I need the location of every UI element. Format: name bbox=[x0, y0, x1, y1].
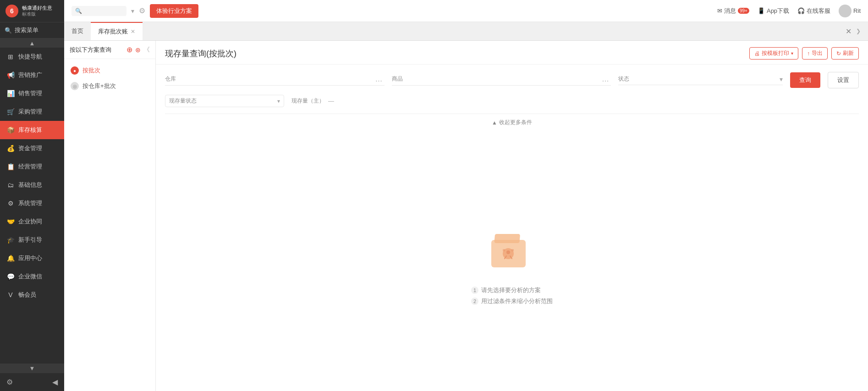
filter-area: 仓库 … 商品 … 状态 ▾ bbox=[156, 65, 868, 138]
sidebar-item-sales[interactable]: 📊销售管理 bbox=[0, 84, 64, 103]
sidebar-item-operations[interactable]: 📋经营管理 bbox=[0, 157, 64, 176]
print-dropdown-icon[interactable]: ▾ bbox=[791, 51, 793, 56]
sidebar-item-app-center[interactable]: 🔔应用中心 bbox=[0, 249, 64, 267]
sidebar-item-inventory[interactable]: 📦库存核算 bbox=[0, 121, 64, 139]
sidebar-item-newbie[interactable]: 🎓新手引导 bbox=[0, 231, 64, 249]
nav-icon-collab: 🤝 bbox=[6, 217, 15, 226]
sidebar-item-member[interactable]: V畅会员 bbox=[0, 286, 64, 304]
sidebar-logo: 6 bbox=[5, 5, 18, 17]
page-actions: 🖨 按模板打印 ▾ ↑ 导出 ↻ 刷新 bbox=[749, 47, 859, 60]
print-icon: 🖨 bbox=[754, 50, 760, 57]
tab-batch-account[interactable]: 库存批次账 ✕ bbox=[91, 22, 143, 40]
product-filter: 商品 … bbox=[392, 75, 611, 86]
industry-solution-button[interactable]: 体验行业方案 bbox=[150, 4, 198, 18]
sidebar-item-system[interactable]: ⚙系统管理 bbox=[0, 194, 64, 212]
left-panel: 按以下方案查询 ⊕ ⊛ 《 ●按批次◎按仓库+批次 bbox=[64, 41, 156, 391]
topbar-gear-icon[interactable]: ⚙ bbox=[139, 6, 145, 15]
tabbar-right: ✕ ❯ bbox=[846, 27, 868, 36]
topbar-search-input[interactable] bbox=[84, 8, 121, 14]
refresh-button[interactable]: ↻ 刷新 bbox=[831, 47, 859, 60]
sidebar-item-purchase[interactable]: 🛒采购管理 bbox=[0, 103, 64, 121]
scheme-label-by-batch: 按批次 bbox=[82, 66, 100, 75]
sidebar-title: 畅康通好生意 bbox=[22, 5, 52, 11]
online-service-button[interactable]: 🎧 在线客服 bbox=[797, 7, 830, 15]
collapse-filter-button[interactable]: ▲ 收起更多条件 bbox=[165, 114, 859, 131]
tab-close-icon[interactable]: ✕ bbox=[131, 28, 135, 35]
main-area: 🔍 ▾ ⚙ 体验行业方案 ✉ 消息 99+ 📱 App下载 🎧 在线客服 Rit bbox=[64, 0, 868, 391]
message-icon: ✉ bbox=[717, 7, 722, 14]
collapse-sidebar-icon[interactable]: ◀ bbox=[52, 378, 58, 386]
sidebar-scroll-down[interactable]: ▼ bbox=[0, 364, 64, 373]
scheme-item-by-batch[interactable]: ●按批次 bbox=[64, 63, 155, 78]
inventory-status-filter[interactable]: 现存量状态 ▾ bbox=[165, 95, 284, 107]
topbar-search-box[interactable]: 🔍 bbox=[71, 6, 126, 16]
scheme-dot-by-batch: ● bbox=[71, 66, 79, 75]
nav-icon-enterprise-wechat: 💬 bbox=[6, 272, 15, 281]
messages-label: 消息 bbox=[724, 7, 736, 15]
settings-icon[interactable]: ⚙ bbox=[6, 378, 13, 386]
tabbar-more-icon[interactable]: ❯ bbox=[856, 28, 861, 34]
messages-button[interactable]: ✉ 消息 99+ bbox=[717, 7, 749, 15]
topbar-actions: ✉ 消息 99+ 📱 App下载 🎧 在线客服 Rit bbox=[717, 5, 861, 17]
add-scheme-icon[interactable]: ⊕ bbox=[126, 45, 132, 54]
nav-label-purchase: 采购管理 bbox=[18, 108, 42, 116]
sidebar-nav: ⊞快捷导航📢营销推广📊销售管理🛒采购管理📦库存核算💰资金管理📋经营管理🗂基础信息… bbox=[0, 48, 64, 364]
empty-tip-2-text: 用过滤条件来缩小分析范围 bbox=[481, 297, 553, 305]
chevron-up-icon: ▲ bbox=[492, 119, 497, 126]
sidebar-item-collab[interactable]: 🤝企业协同 bbox=[0, 212, 64, 231]
inventory-status-arrow-icon[interactable]: ▾ bbox=[277, 98, 280, 104]
scheme-item-by-warehouse-batch[interactable]: ◎按仓库+批次 bbox=[64, 78, 155, 94]
tab-home[interactable]: 首页 bbox=[64, 22, 91, 40]
settings-scheme-icon[interactable]: ⊛ bbox=[135, 46, 141, 54]
filter-row-2: 现存量状态 ▾ 现存量（主） — bbox=[165, 95, 859, 107]
status-arrow-icon[interactable]: ▾ bbox=[780, 76, 783, 83]
panel-header-title: 按以下方案查询 bbox=[70, 46, 111, 54]
scheme-label-by-warehouse-batch: 按仓库+批次 bbox=[82, 82, 116, 90]
search-menu-button[interactable]: 🔍 搜索菜单 bbox=[0, 22, 64, 38]
topbar-dropdown-icon[interactable]: ▾ bbox=[131, 7, 134, 15]
query-button[interactable]: 查询 bbox=[790, 72, 820, 88]
messages-badge: 99+ bbox=[738, 8, 749, 14]
right-panel: 现存量查询(按批次) 🖨 按模板打印 ▾ ↑ 导出 ↻ 刷新 bbox=[156, 41, 868, 391]
phone-icon: 📱 bbox=[758, 7, 765, 14]
search-icon: 🔍 bbox=[5, 27, 12, 34]
collapse-panel-icon[interactable]: 《 bbox=[143, 46, 150, 54]
nav-icon-purchase: 🛒 bbox=[6, 108, 15, 116]
nav-label-quick-nav: 快捷导航 bbox=[18, 53, 42, 61]
user-name: Rit bbox=[853, 7, 861, 14]
page-header: 现存量查询(按批次) 🖨 按模板打印 ▾ ↑ 导出 ↻ 刷新 bbox=[156, 41, 868, 65]
nav-icon-operations: 📋 bbox=[6, 163, 15, 171]
svg-rect-1 bbox=[494, 234, 520, 243]
sidebar: 6 畅康通好生意 标准版 🔍 搜索菜单 ▲ ⊞快捷导航📢营销推广📊销售管理🛒采购… bbox=[0, 0, 64, 391]
sidebar-item-enterprise-wechat[interactable]: 💬企业微信 bbox=[0, 267, 64, 286]
empty-tip-2: 2 用过滤条件来缩小分析范围 bbox=[471, 297, 553, 305]
sidebar-item-marketing[interactable]: 📢营销推广 bbox=[0, 66, 64, 84]
svg-rect-6 bbox=[503, 249, 505, 251]
sidebar-item-basic[interactable]: 🗂基础信息 bbox=[0, 176, 64, 194]
export-icon: ↑ bbox=[807, 50, 810, 57]
sidebar-item-finance[interactable]: 💰资金管理 bbox=[0, 139, 64, 157]
user-avatar[interactable]: Rit bbox=[839, 5, 861, 17]
empty-tip-1: 1 请先选择要分析的方案 bbox=[471, 286, 553, 294]
app-download-button[interactable]: 📱 App下载 bbox=[758, 7, 789, 15]
settings-button[interactable]: 设置 bbox=[828, 72, 859, 88]
product-more-icon[interactable]: … bbox=[600, 75, 611, 83]
print-button[interactable]: 🖨 按模板打印 ▾ bbox=[749, 47, 798, 60]
filter-row-1: 仓库 … 商品 … 状态 ▾ bbox=[165, 72, 859, 88]
status-filter: 状态 ▾ bbox=[618, 75, 783, 85]
search-menu-label: 搜索菜单 bbox=[15, 26, 38, 34]
sidebar-header: 6 畅康通好生意 标准版 bbox=[0, 0, 64, 22]
tip-num-2: 2 bbox=[471, 298, 478, 305]
sidebar-item-quick-nav[interactable]: ⊞快捷导航 bbox=[0, 48, 64, 66]
refresh-icon: ↻ bbox=[836, 50, 841, 57]
sidebar-brand: 畅康通好生意 标准版 bbox=[22, 5, 52, 17]
export-label: 导出 bbox=[812, 49, 823, 57]
sidebar-scroll-up[interactable]: ▲ bbox=[0, 38, 64, 48]
tabbar-close-button[interactable]: ✕ bbox=[846, 27, 852, 36]
refresh-label: 刷新 bbox=[843, 49, 854, 57]
warehouse-more-icon[interactable]: … bbox=[374, 75, 385, 83]
empty-illustration bbox=[484, 224, 539, 279]
export-button[interactable]: ↑ 导出 bbox=[802, 47, 828, 60]
collapse-filter-label: 收起更多条件 bbox=[499, 119, 532, 126]
nav-label-operations: 经营管理 bbox=[18, 163, 42, 171]
